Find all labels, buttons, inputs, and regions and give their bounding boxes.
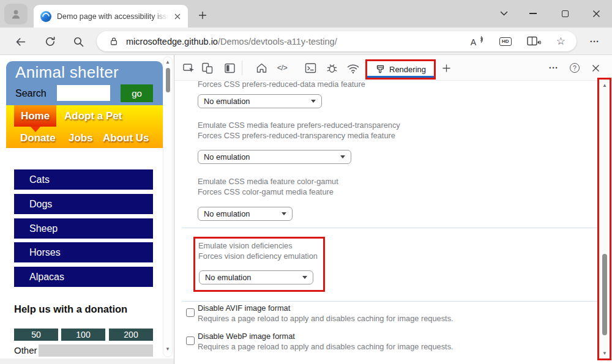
page-scrollbar-thumb[interactable] bbox=[166, 68, 170, 92]
dock-side-icon bbox=[223, 62, 236, 75]
color-gamut-dropdown[interactable]: No emulation bbox=[198, 207, 293, 221]
category-button-alpacas[interactable]: Alpacas bbox=[14, 267, 153, 287]
browser-toolbar: microsoftedge.github.io/Demos/devtools-a… bbox=[0, 28, 612, 55]
window-close-button[interactable] bbox=[588, 6, 604, 21]
category-button-cats[interactable]: Cats bbox=[14, 169, 153, 190]
section-divider bbox=[182, 228, 605, 228]
maximize-button[interactable] bbox=[557, 6, 573, 21]
search-icon bbox=[73, 36, 84, 48]
disable-avif-description: Requires a page reload to apply and disa… bbox=[198, 314, 453, 323]
address-bar[interactable]: microsoftedge.github.io/Demos/devtools-a… bbox=[97, 31, 577, 51]
devtools-help-button[interactable]: ? bbox=[567, 61, 582, 75]
console-icon bbox=[304, 62, 317, 75]
go-button[interactable]: go bbox=[121, 84, 153, 102]
dropdown-caret-icon bbox=[311, 100, 316, 103]
split-screen-button[interactable] bbox=[527, 36, 541, 46]
browser-tab[interactable]: Demo page with accessibility issu bbox=[34, 5, 188, 28]
reduced-data-dropdown[interactable]: No emulation bbox=[198, 94, 322, 108]
device-emulation-icon bbox=[201, 62, 214, 75]
read-aloud-letter: A bbox=[471, 37, 476, 47]
back-button[interactable] bbox=[12, 34, 28, 50]
category-button-sheep[interactable]: Sheep bbox=[14, 218, 153, 239]
devtools-close-button[interactable] bbox=[588, 61, 603, 75]
minimize-button[interactable] bbox=[525, 6, 541, 21]
close-icon bbox=[592, 10, 600, 18]
color-gamut-title: Emulate CSS media feature color-gamut bbox=[198, 177, 338, 186]
donate-200-button[interactable]: 200 bbox=[109, 329, 153, 341]
browser-settings-more-button[interactable]: ••• bbox=[587, 34, 603, 50]
devtools-scrollbar[interactable]: ▲ ▼ bbox=[599, 81, 610, 360]
donate-50-button[interactable]: 50 bbox=[14, 329, 58, 341]
tab-actions-menu-button[interactable] bbox=[496, 6, 512, 21]
console-tool-button[interactable] bbox=[303, 61, 318, 75]
disable-avif-checkbox[interactable] bbox=[186, 308, 195, 317]
chevron-down-icon bbox=[499, 10, 509, 17]
reduced-transparency-dropdown[interactable]: No emulation bbox=[198, 150, 351, 164]
dropdown-caret-icon bbox=[340, 155, 345, 158]
category-button-horses[interactable]: Horses bbox=[14, 242, 153, 262]
minimize-icon bbox=[529, 13, 537, 14]
nav-item-donate[interactable]: Donate bbox=[20, 132, 56, 144]
search-input[interactable] bbox=[57, 85, 110, 101]
arrow-left-icon bbox=[14, 35, 27, 48]
search-label: Search bbox=[15, 88, 47, 99]
active-tab-indicator bbox=[367, 76, 434, 78]
inspect-element-button[interactable] bbox=[181, 61, 196, 75]
device-emulation-button[interactable] bbox=[200, 61, 214, 75]
donation-heading: Help us with a donation bbox=[14, 303, 127, 315]
network-conditions-button[interactable] bbox=[346, 61, 360, 75]
url-path: /Demos/devtools-a11y-testing/ bbox=[218, 37, 337, 46]
dropdown-caret-icon bbox=[302, 276, 307, 279]
new-tab-button[interactable] bbox=[195, 7, 211, 23]
add-tool-button[interactable] bbox=[439, 61, 453, 75]
devtools-scrollbar-thumb[interactable] bbox=[602, 254, 607, 335]
nav-item-adopt-a-pet[interactable]: Adopt a Pet bbox=[64, 110, 122, 122]
devtools-panel: </> Rendering ••• ? bbox=[174, 55, 612, 364]
disable-webp-label: Disable WebP image format bbox=[198, 332, 295, 341]
home-icon bbox=[255, 62, 268, 75]
devtools-more-button[interactable]: ••• bbox=[547, 61, 561, 75]
tab-close-button[interactable] bbox=[172, 11, 183, 22]
scroll-up-icon[interactable]: ▲ bbox=[163, 59, 172, 65]
profile-button[interactable] bbox=[4, 4, 28, 24]
dropdown-caret-icon bbox=[282, 212, 286, 215]
person-icon bbox=[10, 8, 22, 20]
scroll-down-icon[interactable]: ▼ bbox=[600, 351, 610, 357]
inspect-icon bbox=[182, 62, 195, 75]
category-button-dogs[interactable]: Dogs bbox=[14, 194, 153, 214]
split-screen-icon bbox=[527, 36, 541, 46]
nav-item-jobs[interactable]: Jobs bbox=[69, 132, 93, 144]
help-icon: ? bbox=[570, 63, 580, 73]
favorites-star-button[interactable]: ☆ bbox=[556, 36, 565, 46]
page-header: Animal shelter Search go bbox=[6, 61, 163, 105]
browser-window: Demo page with accessibility issu bbox=[0, 0, 612, 364]
page-horizontal-scrollbar[interactable] bbox=[0, 358, 174, 364]
page-title: Animal shelter bbox=[15, 63, 119, 82]
refresh-button[interactable] bbox=[42, 34, 58, 50]
url-text: microsoftedge.github.io/Demos/devtools-a… bbox=[126, 37, 337, 46]
welcome-tool-button[interactable] bbox=[254, 61, 269, 75]
sources-tool-button[interactable]: </> bbox=[275, 61, 289, 75]
scroll-up-icon[interactable]: ▲ bbox=[600, 83, 610, 89]
hd-media-badge-button[interactable]: HD bbox=[499, 37, 512, 46]
nav-item-about-us[interactable]: About Us bbox=[103, 132, 149, 144]
rendering-tab[interactable]: Rendering bbox=[365, 59, 436, 80]
vision-deficiencies-description: Forces vision deficiency emulation bbox=[198, 251, 318, 261]
other-amount-input[interactable] bbox=[39, 344, 153, 357]
dock-side-button[interactable] bbox=[222, 61, 237, 75]
issues-tool-button[interactable] bbox=[324, 61, 339, 75]
donate-100-button[interactable]: 100 bbox=[61, 329, 105, 341]
site-content: Animal shelter Search go Home Adopt a Pe… bbox=[0, 55, 174, 364]
plus-icon bbox=[198, 10, 207, 20]
search-icon-button[interactable] bbox=[70, 34, 86, 50]
vision-deficiencies-dropdown[interactable]: No emulation bbox=[199, 270, 313, 284]
wifi-icon bbox=[346, 62, 360, 74]
read-aloud-button[interactable]: A bbox=[471, 36, 484, 47]
toolbar-divider bbox=[242, 61, 242, 75]
page-vertical-scrollbar[interactable]: ▲ ▼ bbox=[163, 56, 173, 357]
disable-webp-checkbox[interactable] bbox=[186, 336, 195, 345]
devtools-toolbar: </> Rendering ••• ? bbox=[174, 55, 612, 81]
scroll-down-icon[interactable]: ▼ bbox=[163, 346, 172, 352]
nav-item-home[interactable]: Home bbox=[14, 105, 56, 127]
refresh-icon bbox=[44, 35, 56, 48]
